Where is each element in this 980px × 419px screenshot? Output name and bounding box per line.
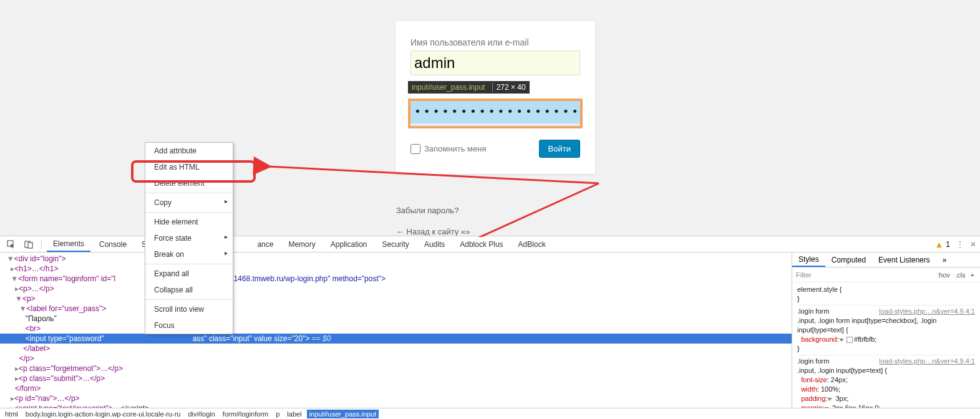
selected-element-line: <input type="password"ass" class="input"… [0, 334, 792, 344]
styles-tabs: Styles Computed Event Listeners » [792, 253, 980, 267]
bc-label[interactable]: label [284, 410, 304, 418]
tab-memory[interactable]: Memory [282, 238, 321, 251]
tab-console[interactable]: Console [93, 238, 133, 251]
inspect-icon[interactable] [4, 238, 19, 251]
ctx-collapse-all[interactable]: Collapse all [145, 282, 233, 298]
hov-toggle[interactable]: :hov [935, 271, 952, 279]
ctx-edit-as-html[interactable]: Edit as HTML [145, 159, 233, 175]
login-button[interactable]: Войти [539, 140, 580, 158]
styles-rules[interactable]: element.style { } load-styles.php…n&ver=… [792, 282, 980, 408]
ctx-hide-element[interactable]: Hide element [145, 214, 233, 230]
device-toggle-icon[interactable] [21, 238, 36, 251]
inspect-tooltip: input#user_pass.input 272 × 40 [408, 81, 530, 94]
tab-elements[interactable]: Elements [47, 237, 90, 252]
ctx-expand-all[interactable]: Expand all [145, 266, 233, 282]
login-bottom-row: Запомнить меня Войти [410, 140, 580, 158]
tab-adblock-plus[interactable]: Adblock Plus [454, 238, 509, 251]
ctx-delete-element[interactable]: Delete element [145, 175, 233, 191]
ctx-copy[interactable]: Copy [145, 195, 233, 211]
username-input[interactable] [410, 51, 580, 75]
tab-performance-partial[interactable]: ance [251, 238, 279, 251]
ctx-scroll-into-view[interactable]: Scroll into view [145, 301, 233, 317]
stylesheet-link[interactable]: load-styles.php…n&ver=4.9.4:1 [879, 307, 975, 316]
tabs-right: ▲ 1 ⋮ ✕ [934, 239, 976, 249]
tab-styles[interactable]: Styles [792, 253, 825, 267]
password-field-wrap: input#user_pass.input 272 × 40 Пароль [410, 85, 580, 123]
bc-input[interactable]: input#user_pass.input [307, 410, 379, 418]
ctx-focus[interactable]: Focus [145, 317, 233, 334]
ctx-separator [145, 193, 233, 193]
ctx-separator [145, 299, 233, 300]
username-label: Имя пользователя или e-mail [410, 37, 580, 47]
tab-more[interactable]: » [936, 254, 953, 266]
password-input[interactable] [410, 99, 580, 123]
page-content: Имя пользователя или e-mail input#user_p… [0, 0, 980, 236]
tab-security[interactable]: Security [376, 238, 415, 251]
warning-count: 1 [946, 240, 950, 249]
tab-application[interactable]: Application [324, 238, 374, 251]
divider [41, 239, 42, 249]
ctx-break-on[interactable]: Break on [145, 246, 233, 262]
bc-p[interactable]: p [273, 410, 282, 418]
tab-audits[interactable]: Audits [418, 238, 451, 251]
remember-label: Запомнить меня [424, 144, 486, 153]
tooltip-selector: input#user_pass.input [412, 83, 485, 92]
more-icon[interactable]: ⋮ [956, 240, 964, 249]
styles-filter-row: Filter :hov .cls + [792, 267, 980, 282]
tab-computed[interactable]: Computed [825, 254, 872, 266]
bc-login[interactable]: div#login [185, 410, 217, 418]
close-icon[interactable]: ✕ [970, 240, 976, 249]
warning-icon[interactable]: ▲ [934, 239, 943, 249]
remember-checkbox[interactable] [410, 144, 420, 154]
cls-toggle[interactable]: .cls [953, 271, 968, 279]
back-to-site-link[interactable]: ← Назад к сайту «» [396, 227, 470, 236]
ctx-force-state[interactable]: Force state [145, 230, 233, 246]
tab-adblock[interactable]: AdBlock [512, 238, 552, 251]
bc-form[interactable]: form#loginform [220, 410, 271, 418]
forgot-password-link[interactable]: Забыли пароль? [396, 206, 458, 215]
styles-pane: Styles Computed Event Listeners » Filter… [792, 253, 980, 408]
tooltip-dimensions: 272 × 40 [492, 83, 526, 92]
bc-body[interactable]: body.login.login-action-login.wp-core-ui… [23, 410, 183, 418]
login-form: Имя пользователя или e-mail input#user_p… [395, 21, 595, 174]
bc-html[interactable]: html [2, 410, 21, 418]
ctx-add-attribute[interactable]: Add attribute [145, 143, 233, 159]
ctx-separator [145, 212, 233, 213]
tab-event-listeners[interactable]: Event Listeners [872, 254, 936, 266]
svg-rect-2 [28, 243, 32, 248]
ctx-separator [145, 264, 233, 264]
add-rule-button[interactable]: + [969, 271, 976, 279]
elements-breadcrumbs: html body.login.login-action-login.wp-co… [0, 408, 980, 419]
elements-tree[interactable]: ▼<div id="login"> ▸<h1>…</h1> ▼<form nam… [0, 253, 792, 408]
remember-me[interactable]: Запомнить меня [410, 144, 486, 154]
context-menu: Add attribute Edit as HTML Delete elemen… [145, 142, 233, 334]
filter-placeholder[interactable]: Filter [796, 271, 811, 279]
stylesheet-link[interactable]: load-styles.php…n&ver=4.9.4:1 [879, 357, 975, 366]
